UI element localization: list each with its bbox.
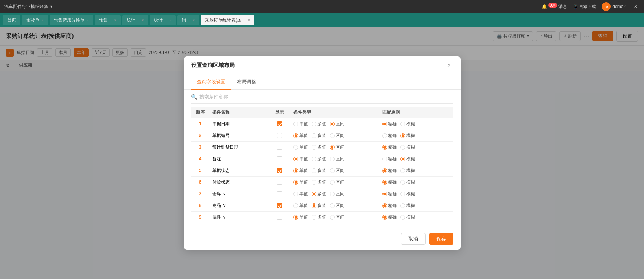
radio-match-match_exact-7[interactable]: 精确 [382, 203, 397, 209]
radio-type-type_single-7[interactable]: 单值 [293, 203, 308, 209]
radio-dot-type_range-4 [330, 168, 335, 173]
radio-dot-type_range-1 [330, 133, 335, 138]
row-show-9[interactable] [268, 223, 291, 223]
radio-type-type_range-4[interactable]: 区间 [330, 168, 344, 174]
radio-type-type_single-2[interactable]: 单值 [293, 144, 308, 150]
search-input[interactable] [199, 94, 453, 99]
radio-match-match_exact-5[interactable]: 精确 [382, 179, 397, 185]
tab-purchase-stats-close[interactable]: × [248, 18, 250, 22]
user-wrap[interactable]: Ie demo2 [602, 2, 626, 11]
radio-match-match_fuzzy-5[interactable]: 模糊 [400, 179, 415, 185]
row-show-1[interactable] [268, 130, 291, 141]
table-row: 7仓库 ∨单值多值区间精确模糊 [191, 188, 453, 200]
tab-tab6-close[interactable]: × [193, 18, 195, 22]
save-button[interactable]: 保存 [429, 233, 453, 245]
radio-match-match_fuzzy-7[interactable]: 模糊 [400, 203, 415, 209]
tab-sales-order-close[interactable]: × [42, 18, 44, 22]
tab-sales-expense-close[interactable]: × [87, 18, 89, 22]
radio-match-match_exact-8[interactable]: 精确 [382, 214, 397, 220]
radio-type-type_single-4[interactable]: 单值 [293, 168, 308, 174]
checkbox-show-7[interactable] [277, 203, 282, 208]
checkbox-show-3[interactable] [277, 156, 282, 161]
radio-type-type_single-6[interactable]: 单值 [293, 191, 308, 197]
tab-tab5-close[interactable]: × [169, 18, 171, 22]
radio-match-match_exact-6[interactable]: 精确 [382, 191, 397, 197]
app-download-wrap[interactable]: 📱 App下载 [573, 4, 596, 10]
radio-type-type_single-8[interactable]: 单值 [293, 214, 308, 220]
row-name-4: 单据状态 [209, 165, 268, 176]
radio-type-type_multi-2[interactable]: 多值 [312, 144, 326, 150]
checkbox-show-1[interactable] [277, 133, 282, 138]
radio-type-type_range-1[interactable]: 区间 [330, 133, 344, 139]
row-show-8[interactable] [268, 211, 291, 223]
radio-type-type_multi-4[interactable]: 多值 [312, 168, 326, 174]
radio-match-match_fuzzy-1[interactable]: 模糊 [400, 133, 415, 139]
radio-type-type_multi-7[interactable]: 多值 [312, 203, 326, 209]
radio-type-type_range-2[interactable]: 区间 [330, 144, 344, 150]
tab-tab4-close[interactable]: × [142, 18, 144, 22]
tab-tab6[interactable]: 销… × [177, 15, 199, 25]
radio-type-type_range-8[interactable]: 区间 [330, 214, 344, 220]
radio-type-type_range-5[interactable]: 区间 [330, 179, 344, 185]
checkbox-show-4[interactable] [277, 168, 282, 173]
tab-sales-order[interactable]: 销货单 × [22, 15, 48, 25]
tab-purchase-stats[interactable]: 采购订单统计表(按… × [201, 15, 254, 25]
radio-type-type_single-0[interactable]: 单值 [293, 121, 308, 127]
row-show-5[interactable] [268, 176, 291, 188]
radio-type-type_range-0[interactable]: 区间 [330, 121, 344, 127]
radio-match-match_exact-3[interactable]: 精确 [382, 156, 397, 162]
radio-label-type_single-8: 单值 [299, 214, 308, 220]
row-show-2[interactable] [268, 141, 291, 153]
tab-query-settings[interactable]: 查询字段设置 [191, 75, 231, 90]
checkbox-show-5[interactable] [277, 180, 282, 185]
row-show-7[interactable] [268, 200, 291, 211]
tab-tab4[interactable]: 统计… × [122, 15, 149, 25]
tab-tab3[interactable]: 销售… × [95, 15, 121, 25]
radio-match-match_fuzzy-3[interactable]: 模糊 [400, 156, 415, 162]
radio-type-type_single-3[interactable]: 单值 [293, 156, 308, 162]
radio-type-type_multi-1[interactable]: 多值 [312, 133, 326, 139]
radio-type-type_multi-6[interactable]: 多值 [312, 191, 326, 197]
row-show-4[interactable] [268, 165, 291, 176]
checkbox-show-8[interactable] [277, 215, 282, 220]
radio-match-match_exact-1[interactable]: 精确 [382, 133, 397, 139]
row-show-0[interactable] [268, 118, 291, 130]
radio-match-match_fuzzy-6[interactable]: 模糊 [400, 191, 415, 197]
radio-type-type_multi-5[interactable]: 多值 [312, 179, 326, 185]
tab-tab3-close[interactable]: × [114, 18, 116, 22]
radio-dot-type_range-3 [330, 157, 335, 161]
checkbox-show-0[interactable] [277, 121, 282, 126]
radio-type-type_single-1[interactable]: 单值 [293, 133, 308, 139]
radio-label-type_single-1: 单值 [299, 133, 308, 139]
tab-tab5[interactable]: 统计… × [150, 15, 176, 25]
tab-sales-expense[interactable]: 销售费用分摊单 × [50, 15, 93, 25]
radio-match-match_fuzzy-0[interactable]: 模糊 [400, 121, 415, 127]
row-show-6[interactable] [268, 188, 291, 200]
tab-home[interactable]: 首页 [3, 15, 20, 25]
radio-dot-match-match_fuzzy-7 [400, 203, 405, 208]
checkbox-show-6[interactable] [277, 191, 282, 196]
radio-match-match_exact-2[interactable]: 精确 [382, 144, 397, 150]
radio-match-match_exact-0[interactable]: 精确 [382, 121, 397, 127]
radio-type-type_multi-0[interactable]: 多值 [312, 121, 326, 127]
radio-type-type_range-6[interactable]: 区间 [330, 191, 344, 197]
notification-wrap[interactable]: 🔔 99+ 消息 [542, 4, 567, 10]
dropdown-icon[interactable]: ▾ [50, 4, 52, 9]
cancel-button[interactable]: 取消 [401, 233, 426, 245]
radio-type-type_range-3[interactable]: 区间 [330, 156, 344, 162]
tab-layout-adjust[interactable]: 布局调整 [231, 75, 262, 90]
radio-match-match_fuzzy-2[interactable]: 模糊 [400, 144, 415, 150]
radio-match-match_fuzzy-4[interactable]: 模糊 [400, 168, 415, 174]
radio-type-type_single-5[interactable]: 单值 [293, 179, 308, 185]
checkbox-show-2[interactable] [277, 145, 282, 150]
modal-close-button[interactable]: × [445, 62, 453, 70]
radio-type-type_multi-8[interactable]: 多值 [312, 214, 326, 220]
radio-type-type_range-7[interactable]: 区间 [330, 203, 344, 209]
radio-label-match-match_exact-6: 精确 [388, 191, 397, 197]
row-show-3[interactable] [268, 153, 291, 165]
radio-type-type_multi-3[interactable]: 多值 [312, 156, 326, 162]
topbar-close-button[interactable]: × [632, 3, 640, 11]
radio-match-match_exact-4[interactable]: 精确 [382, 168, 397, 174]
radio-match-match_fuzzy-8[interactable]: 模糊 [400, 214, 415, 220]
radio-dot-type_multi-2 [312, 145, 316, 150]
